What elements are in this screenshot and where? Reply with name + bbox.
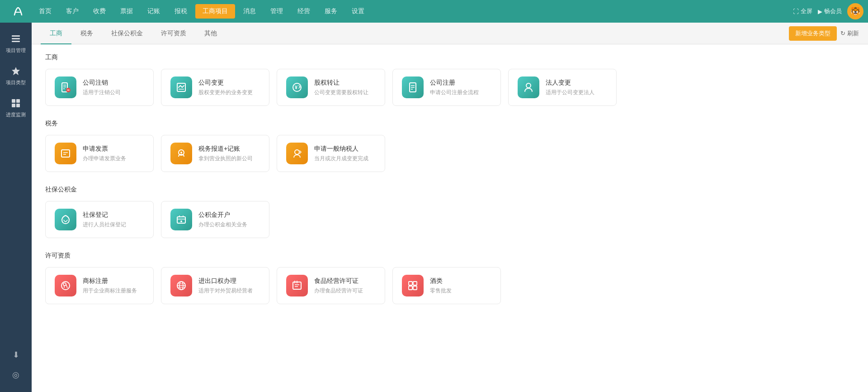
card-invoice-apply[interactable]: 申请发票 办理申请发票业务 bbox=[45, 135, 154, 172]
tab-license[interactable]: 许可资质 bbox=[152, 23, 195, 44]
svg-rect-23 bbox=[61, 150, 70, 157]
svg-rect-49 bbox=[413, 282, 417, 285]
card-company-change[interactable]: 公司变更 股权变更外的业务变更 bbox=[161, 69, 269, 106]
import-export-title: 进出口权办理 bbox=[198, 277, 260, 285]
company-change-title: 公司变更 bbox=[198, 79, 260, 87]
card-social-insurance[interactable]: 社保登记 进行人员社保登记 bbox=[45, 201, 154, 238]
cards-grid-shuiwu: 申请发票 办理申请发票业务 税务报道+记账 拿到营业执照的新 bbox=[45, 135, 854, 172]
card-food-license[interactable]: 食品经营许可证 办理食品经营许可证 bbox=[277, 267, 385, 304]
company-change-info: 公司变更 股权变更外的业务变更 bbox=[198, 79, 260, 96]
invoice-apply-desc: 办理申请发票业务 bbox=[83, 155, 144, 163]
nav-client[interactable]: 客户 bbox=[59, 0, 86, 23]
top-navigation: 首页 客户 收费 票据 记账 报税 工商项目 消息 管理 经营 服务 设置 ⛶ … bbox=[0, 0, 868, 23]
section-gongshang: 工商 公司注销 适用 bbox=[45, 53, 854, 106]
company-cancel-title: 公司注销 bbox=[83, 79, 144, 87]
section-title-gongshang: 工商 bbox=[45, 53, 854, 62]
section-title-shuiwu: 税务 bbox=[45, 120, 854, 128]
card-company-cancel[interactable]: 公司注销 适用于注销公司 bbox=[45, 69, 154, 106]
wine-title: 酒类 bbox=[430, 277, 491, 285]
tab-business[interactable]: 工商 bbox=[41, 23, 71, 44]
card-trademark[interactable]: 商标注册 用于企业商标注册服务 bbox=[45, 267, 154, 304]
card-wine[interactable]: 酒类 零售批发 bbox=[392, 267, 501, 304]
content-area: 工商 公司注销 适用 bbox=[32, 44, 868, 392]
logo[interactable] bbox=[5, 4, 32, 19]
svg-rect-2 bbox=[12, 41, 20, 42]
company-change-icon bbox=[170, 76, 192, 98]
fullscreen-button[interactable]: ⛶ 全屏 bbox=[793, 7, 812, 15]
section-title-xuke: 许可资质 bbox=[45, 252, 854, 260]
nav-operate[interactable]: 经营 bbox=[290, 0, 317, 23]
section-title-shebao: 社保公积金 bbox=[45, 186, 854, 194]
project-type-icon bbox=[9, 65, 22, 77]
card-general-taxpayer[interactable]: 申请一般纳税人 当月或次月成变更完成 bbox=[277, 135, 385, 172]
svg-text:¥: ¥ bbox=[295, 85, 298, 90]
social-insurance-desc: 进行人员社保登记 bbox=[83, 221, 144, 229]
card-legal-person-change[interactable]: 法人变更 适用于公司变更法人 bbox=[508, 69, 617, 106]
svg-rect-4 bbox=[12, 99, 15, 103]
refresh-button[interactable]: ↻ 刷新 bbox=[840, 29, 859, 38]
svg-rect-5 bbox=[16, 99, 20, 103]
social-insurance-info: 社保登记 进行人员社保登记 bbox=[83, 211, 144, 229]
nav-manage[interactable]: 管理 bbox=[263, 0, 290, 23]
equity-transfer-desc: 公司变更需要股权转让 bbox=[314, 89, 376, 96]
refresh-icon: ↻ bbox=[840, 30, 845, 37]
tab-bar: 工商 税务 社保公积金 许可资质 其他 新增业务类型 ↻ 刷新 bbox=[32, 23, 868, 44]
tax-account-info: 税务报道+记账 拿到营业执照的新公司 bbox=[198, 145, 260, 163]
member-button[interactable]: ▶ 畅会员 bbox=[818, 7, 842, 15]
card-equity-transfer[interactable]: ¥ 股权转让 公司变更需要股权转让 bbox=[277, 69, 385, 106]
svg-rect-7 bbox=[16, 104, 20, 107]
trademark-title: 商标注册 bbox=[83, 277, 144, 285]
wine-icon bbox=[402, 275, 424, 296]
general-taxpayer-icon bbox=[286, 143, 308, 164]
cards-grid-xuke: 商标注册 用于企业商标注册服务 bbox=[45, 267, 854, 304]
svg-rect-1 bbox=[12, 38, 20, 39]
sidebar-bottom: ⬇ ◎ bbox=[8, 347, 24, 383]
tab-others[interactable]: 其他 bbox=[195, 23, 226, 44]
import-export-info: 进出口权办理 适用于对外贸易经营者 bbox=[198, 277, 260, 295]
company-register-info: 公司注册 申请公司注册全流程 bbox=[430, 79, 491, 96]
card-tax-account[interactable]: 税务报道+记账 拿到营业执照的新公司 bbox=[161, 135, 269, 172]
legal-person-change-info: 法人变更 适用于公司变更法人 bbox=[546, 79, 607, 96]
nav-items: 首页 客户 收费 票据 记账 报税 工商项目 消息 管理 经营 服务 设置 bbox=[32, 0, 793, 23]
wine-desc: 零售批发 bbox=[430, 287, 491, 295]
sidebar-item-project-type[interactable]: 项目类型 bbox=[0, 59, 32, 91]
trademark-icon bbox=[55, 275, 76, 296]
nav-message[interactable]: 消息 bbox=[236, 0, 263, 23]
new-type-button[interactable]: 新增业务类型 bbox=[789, 26, 837, 41]
card-company-register[interactable]: 公司注册 申请公司注册全流程 bbox=[392, 69, 501, 106]
housing-fund-icon bbox=[170, 209, 192, 230]
invoice-apply-icon bbox=[55, 143, 76, 164]
download-icon-button[interactable]: ⬇ bbox=[8, 347, 24, 363]
nav-fee[interactable]: 收费 bbox=[86, 0, 113, 23]
location-icon-button[interactable]: ◎ bbox=[8, 367, 24, 383]
mascot-avatar[interactable]: 🐯 bbox=[847, 3, 863, 19]
nav-service[interactable]: 服务 bbox=[317, 0, 344, 23]
nav-bill[interactable]: 票据 bbox=[113, 0, 140, 23]
svg-point-27 bbox=[180, 152, 182, 153]
cards-grid-gongshang: 公司注销 适用于注销公司 公司变更 股权变更外的业务变更 bbox=[45, 69, 854, 106]
company-change-desc: 股权变更外的业务变更 bbox=[198, 89, 260, 96]
svg-rect-0 bbox=[12, 35, 20, 37]
tab-social-insurance[interactable]: 社保公积金 bbox=[102, 23, 152, 44]
card-import-export[interactable]: 进出口权办理 适用于对外贸易经营者 bbox=[161, 267, 269, 304]
nav-account[interactable]: 记账 bbox=[140, 0, 167, 23]
nav-home[interactable]: 首页 bbox=[32, 0, 59, 23]
svg-line-37 bbox=[66, 284, 67, 288]
housing-fund-title: 公积金开户 bbox=[198, 211, 260, 219]
nav-settings[interactable]: 设置 bbox=[344, 0, 372, 23]
wine-info: 酒类 零售批发 bbox=[430, 277, 491, 295]
food-license-title: 食品经营许可证 bbox=[314, 277, 376, 285]
food-license-icon bbox=[286, 275, 308, 296]
tab-tax[interactable]: 税务 bbox=[71, 23, 102, 44]
fullscreen-label: 全屏 bbox=[801, 7, 812, 15]
nav-tax[interactable]: 报税 bbox=[167, 0, 194, 23]
general-taxpayer-title: 申请一般纳税人 bbox=[314, 145, 376, 153]
svg-marker-3 bbox=[12, 67, 20, 75]
housing-fund-info: 公积金开户 办理公积金相关业务 bbox=[198, 211, 260, 229]
nav-business[interactable]: 工商项目 bbox=[195, 4, 235, 19]
refresh-label: 刷新 bbox=[847, 29, 859, 38]
sidebar-item-progress-monitor[interactable]: 进度监测 bbox=[0, 91, 32, 124]
card-housing-fund[interactable]: 公积金开户 办理公积金相关业务 bbox=[161, 201, 269, 238]
project-management-icon bbox=[9, 33, 22, 45]
sidebar-item-project-management[interactable]: 项目管理 bbox=[0, 27, 32, 59]
